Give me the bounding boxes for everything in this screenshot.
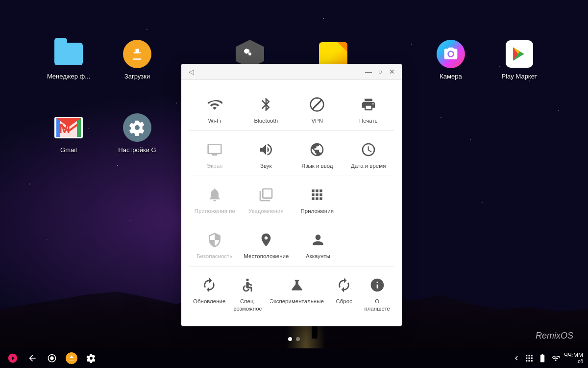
remix-logo-icon[interactable] <box>5 350 21 366</box>
settings-taskbar-icon[interactable] <box>83 350 99 366</box>
divider-1 <box>189 131 394 131</box>
apps-by-label: Приложения по <box>195 208 235 215</box>
reset-label: Сброс <box>336 298 352 305</box>
settings-item-accessibility[interactable]: Спец. возможнос <box>229 268 266 318</box>
svg-text:M: M <box>59 121 70 136</box>
print-label: Печать <box>359 117 378 125</box>
divider-2 <box>189 176 394 176</box>
settings-item-apps[interactable]: Приложения <box>292 178 343 221</box>
divider-3 <box>189 221 394 221</box>
back-nav-icon[interactable] <box>24 350 40 366</box>
security-label: Безопасность <box>196 253 232 260</box>
home-icon[interactable] <box>44 350 60 366</box>
about-label: О планшете <box>365 298 390 313</box>
desktop-icon-google-settings[interactable]: Настройки G <box>108 113 167 155</box>
settings-item-reset[interactable]: Сброс <box>328 268 361 318</box>
print-icon <box>360 96 377 113</box>
settings-item-accounts[interactable]: Аккаунты <box>293 223 343 266</box>
settings-item-screen[interactable]: Экран <box>189 133 241 176</box>
nav-left-icon[interactable] <box>512 354 521 363</box>
settings-content: Wi-Fi Bluetooth VPN <box>181 80 402 326</box>
settings-item-bluetooth[interactable]: Bluetooth <box>241 88 292 131</box>
close-button[interactable]: ✕ <box>388 68 396 76</box>
settings-item-sound[interactable]: Звук <box>241 133 292 176</box>
divider-4 <box>189 266 394 266</box>
google-settings-label: Настройки G <box>118 146 156 155</box>
wifi-status-icon <box>551 354 560 363</box>
language-icon <box>308 141 326 158</box>
titlebar-controls: — ○ ✕ <box>365 68 396 76</box>
download-icon <box>122 39 152 69</box>
google-settings-icon <box>122 113 152 142</box>
desktop-icon-playstore[interactable]: Play Маркет <box>490 39 549 81</box>
bluetooth-label: Bluetooth <box>254 117 278 125</box>
desktop-icon-camera[interactable]: Камера <box>421 39 480 81</box>
settings-section-system: Обновление Спец. возможнос <box>189 268 394 318</box>
restore-button[interactable]: ○ <box>376 68 384 76</box>
sound-label: Звук <box>260 162 272 170</box>
security-icon <box>206 231 223 249</box>
folder-icon <box>54 39 83 69</box>
datetime-icon <box>360 141 377 158</box>
settings-item-apps-by[interactable]: Приложения по <box>189 178 241 221</box>
desktop-icon-file-manager[interactable]: Менеджер ф... <box>39 39 98 81</box>
settings-item-update[interactable]: Обновление <box>189 268 229 318</box>
grid-icon[interactable] <box>525 354 534 363</box>
settings-item-notifications[interactable]: Уведомления <box>241 178 292 221</box>
desktop-icon-gmail[interactable]: M Gmail <box>39 113 98 155</box>
screen-icon <box>206 141 223 158</box>
language-label: Язык и ввод <box>301 162 333 170</box>
svg-point-3 <box>246 278 249 281</box>
apps-icon <box>308 186 326 204</box>
settings-item-security[interactable]: Безопасность <box>189 223 240 266</box>
svg-point-0 <box>248 53 251 55</box>
datetime-label: Дата и время <box>351 162 386 170</box>
location-icon <box>257 231 275 249</box>
downloads-label: Загрузки <box>124 73 150 81</box>
titlebar-left: ◁ <box>187 68 195 76</box>
settings-item-about[interactable]: О планшете <box>361 268 394 318</box>
back-button[interactable]: ◁ <box>187 68 195 76</box>
notifications-icon <box>257 186 275 204</box>
accounts-icon <box>309 231 327 249</box>
settings-section-network: Wi-Fi Bluetooth VPN <box>189 88 394 131</box>
update-label: Обновление <box>193 298 225 305</box>
taskbar-right-area: ЧЧ:ММ сб <box>512 352 583 365</box>
playstore-icon <box>505 39 534 69</box>
settings-item-wifi[interactable]: Wi-Fi <box>189 88 241 131</box>
about-icon <box>368 276 386 294</box>
location-label: Местоположение <box>244 253 289 260</box>
page-dots <box>288 337 300 341</box>
minimize-button[interactable]: — <box>365 68 372 76</box>
accessibility-icon <box>239 276 256 294</box>
apps-label: Приложения <box>301 208 334 215</box>
reset-icon <box>335 276 353 294</box>
wifi-label: Wi-Fi <box>208 117 221 125</box>
gmail-icon: M <box>54 113 83 142</box>
bluetooth-icon <box>257 96 275 113</box>
accessibility-label: Спец. возможнос <box>233 298 262 313</box>
experimental-label: Экспериментальные <box>270 298 324 305</box>
settings-item-print[interactable]: Печать <box>343 88 394 131</box>
settings-item-language[interactable]: Язык и ввод <box>292 133 343 176</box>
panel-titlebar: ◁ — ○ ✕ <box>181 64 402 80</box>
download-taskbar-icon[interactable] <box>64 350 79 366</box>
desktop-icon-downloads[interactable]: Загрузки <box>108 39 167 81</box>
accounts-label: Аккаунты <box>306 253 330 260</box>
screen-label: Экран <box>207 162 222 170</box>
camera-label: Камера <box>440 73 462 81</box>
sound-icon <box>257 141 275 158</box>
update-icon <box>200 276 218 294</box>
gmail-label: Gmail <box>60 146 77 155</box>
vpn-icon <box>308 96 326 113</box>
file-manager-label: Менеджер ф... <box>47 73 90 81</box>
taskbar-left-area <box>5 350 99 366</box>
notifications-label: Уведомления <box>248 208 284 215</box>
settings-item-vpn[interactable]: VPN <box>292 88 343 131</box>
settings-item-experimental[interactable]: Экспериментальные <box>266 268 328 318</box>
wifi-icon <box>206 96 223 113</box>
settings-item-datetime[interactable]: Дата и время <box>343 133 394 176</box>
settings-item-location[interactable]: Местоположение <box>240 223 293 266</box>
battery-icon <box>538 353 547 363</box>
taskbar: ЧЧ:ММ сб <box>0 348 588 368</box>
